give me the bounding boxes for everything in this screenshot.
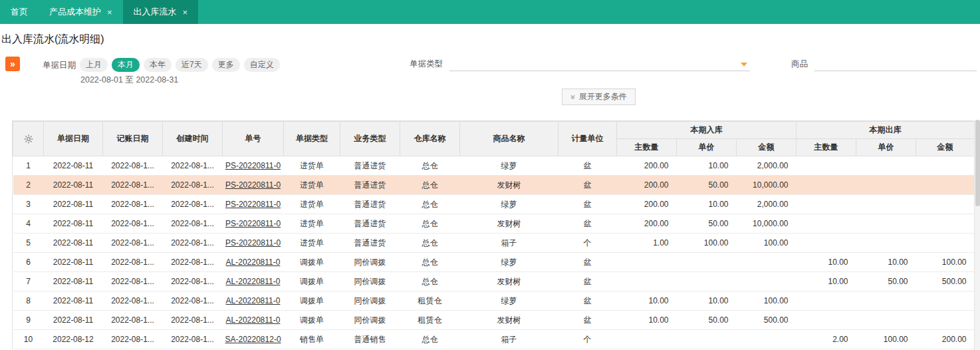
cell-in-price: 10.00 — [677, 291, 737, 311]
date-option-pill[interactable]: 近7天 — [176, 58, 208, 72]
table-row[interactable]: 62022-08-112022-08-1...2022-08-1...AL-20… — [13, 253, 975, 272]
table-row[interactable]: 32022-08-112022-08-1...2022-08-1...PS-20… — [13, 195, 975, 214]
cell-doc-type: 销售单 — [284, 330, 340, 349]
vertical-scrollbar[interactable] — [974, 120, 980, 350]
scrollbar-thumb[interactable] — [975, 120, 980, 206]
cell-doc-type: 调拨单 — [284, 253, 340, 272]
cell-product: 发财树 — [460, 214, 558, 234]
date-option-pill[interactable]: 本年 — [144, 58, 172, 72]
product-filter: 商品 — [791, 58, 977, 71]
doc-no-link[interactable]: PS-20220811-0 — [225, 200, 281, 209]
cell-book-date: 2022-08-1... — [103, 272, 163, 291]
cell-doc-date: 2022-08-11 — [44, 195, 103, 214]
table-row[interactable]: 52022-08-112022-08-1...2022-08-1...PS-20… — [13, 234, 975, 253]
doc-no-link[interactable]: SA-20220812-0 — [225, 335, 281, 344]
cell-out-amount: 200.00 — [916, 330, 975, 349]
doc-no-link[interactable]: AL-20220811-0 — [226, 258, 281, 267]
cell-in-qty: 200.00 — [617, 176, 677, 195]
close-icon[interactable]: × — [183, 8, 188, 17]
doc-no-link[interactable]: PS-20220811-0 — [225, 238, 281, 248]
cell-create-time: 2022-08-1... — [163, 234, 223, 253]
col-out-amount: 金额 — [916, 139, 975, 156]
col-in-price: 单价 — [677, 139, 737, 156]
cell-in-amount: 100.00 — [737, 291, 796, 311]
cell-book-date: 2022-08-1... — [103, 311, 163, 330]
tab-item[interactable]: 首页 — [0, 0, 39, 24]
chevron-down-icon — [741, 63, 747, 67]
cell-out-amount — [916, 156, 975, 176]
cell-in-price: 10.00 — [677, 156, 737, 176]
cell-in-qty: 10.00 — [617, 291, 677, 311]
table-row[interactable]: 102022-08-122022-08-1...2022-08-1...SA-2… — [13, 330, 975, 349]
cell-out-qty — [796, 291, 856, 311]
cell-product: 绿萝 — [460, 253, 558, 272]
cell-doc-type: 进货单 — [284, 156, 340, 176]
cell-row-number: 4 — [13, 214, 44, 234]
table-row[interactable]: 72022-08-112022-08-1...2022-08-1...AL-20… — [13, 272, 975, 291]
cell-doc-no: PS-20220811-0 — [223, 176, 284, 195]
col-biz-type: 业务类型 — [340, 122, 400, 156]
cell-out-qty — [796, 311, 856, 330]
product-input[interactable] — [814, 58, 977, 71]
gear-icon — [24, 134, 33, 144]
doc-no-link[interactable]: PS-20220811-0 — [225, 180, 281, 190]
cell-unit: 盆 — [558, 195, 617, 214]
table-row[interactable]: 92022-08-112022-08-1...2022-08-1...AL-20… — [13, 311, 975, 330]
cell-doc-type: 调拨单 — [284, 291, 340, 311]
cell-in-amount: 10,000.00 — [737, 214, 796, 234]
doc-no-link[interactable]: PS-20220811-0 — [225, 219, 281, 228]
date-option-pill[interactable]: 更多 — [212, 58, 240, 72]
doc-no-link[interactable]: PS-20220811-0 — [225, 161, 281, 170]
close-icon[interactable]: × — [107, 8, 112, 17]
tab-item[interactable]: 产品成本维护× — [39, 0, 123, 24]
cell-warehouse: 总仓 — [400, 330, 460, 349]
cell-biz-type: 同价调拨 — [340, 253, 400, 272]
cell-doc-date: 2022-08-12 — [44, 330, 103, 349]
cell-unit: 盆 — [558, 176, 617, 195]
doc-type-select[interactable] — [449, 58, 750, 71]
table-row[interactable]: 42022-08-112022-08-1...2022-08-1...PS-20… — [13, 214, 975, 234]
cell-in-amount: 10,000.00 — [737, 176, 796, 195]
cell-book-date: 2022-08-1... — [103, 291, 163, 311]
cell-in-amount — [737, 272, 796, 291]
cell-in-qty: 10.00 — [617, 311, 677, 330]
tab-label: 出入库流水 — [134, 6, 177, 18]
cell-warehouse: 总仓 — [400, 214, 460, 234]
cell-unit: 盆 — [558, 156, 617, 176]
cell-create-time: 2022-08-1... — [163, 253, 223, 272]
cell-doc-type: 调拨单 — [284, 272, 340, 291]
collapse-panel-button[interactable]: » — [5, 57, 20, 71]
cell-doc-date: 2022-08-11 — [44, 234, 103, 253]
cell-doc-no: AL-20220811-0 — [223, 272, 284, 291]
doc-no-link[interactable]: AL-20220811-0 — [226, 315, 281, 325]
cell-create-time: 2022-08-1... — [163, 330, 223, 349]
table-row[interactable]: 22022-08-112022-08-1...2022-08-1...PS-20… — [13, 176, 975, 195]
date-option-pill[interactable]: 自定义 — [244, 58, 280, 72]
cell-row-number: 6 — [13, 253, 44, 272]
doc-no-link[interactable]: AL-20220811-0 — [226, 277, 281, 286]
cell-out-qty — [796, 156, 856, 176]
table-row[interactable]: 82022-08-112022-08-1...2022-08-1...AL-20… — [13, 291, 975, 311]
cell-in-qty — [617, 253, 677, 272]
cell-out-price — [856, 234, 916, 253]
date-option-pill[interactable]: 本月 — [112, 58, 140, 72]
date-filter-label: 单据日期 — [43, 60, 76, 71]
cell-out-amount — [916, 214, 975, 234]
cell-doc-no: AL-20220811-0 — [223, 253, 284, 272]
cell-row-number: 5 — [13, 234, 44, 253]
tab-item[interactable]: 出入库流水× — [123, 0, 199, 24]
date-option-pill[interactable]: 上月 — [80, 58, 108, 72]
doc-no-link[interactable]: AL-20220811-0 — [226, 296, 281, 305]
cell-unit: 盆 — [558, 291, 617, 311]
table-row[interactable]: 12022-08-112022-08-1...2022-08-1...PS-20… — [13, 156, 975, 176]
double-chevron-down-icon: « — [568, 94, 577, 99]
cell-unit: 盆 — [558, 253, 617, 272]
expand-more-button[interactable]: « 展开更多条件 — [562, 88, 636, 105]
column-settings-button[interactable] — [13, 122, 44, 156]
cell-doc-date: 2022-08-11 — [44, 176, 103, 195]
cell-biz-type: 同价调拨 — [340, 272, 400, 291]
cell-out-price: 50.00 — [856, 272, 916, 291]
cell-in-qty: 200.00 — [617, 156, 677, 176]
cell-doc-type: 进货单 — [284, 176, 340, 195]
cell-out-amount: 500.00 — [916, 272, 975, 291]
